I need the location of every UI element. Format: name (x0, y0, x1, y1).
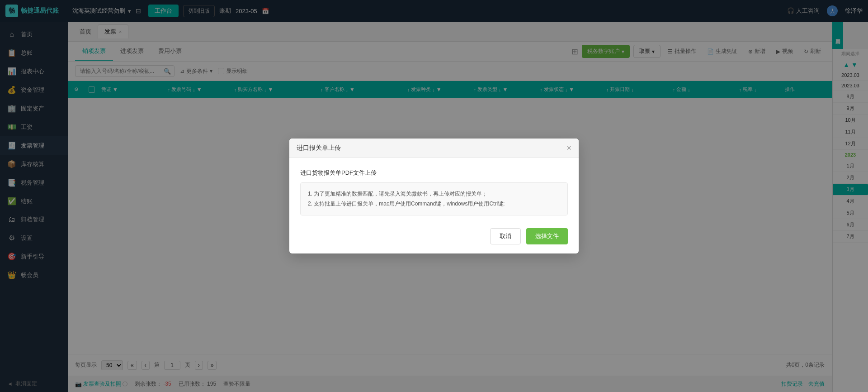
modal-info-box: 1. 为了更加精准的数据匹配，请先录入海关缴款书，再上传对应的报关单； 2. 支… (300, 182, 568, 215)
modal-footer: 取消 选择文件 (289, 223, 579, 253)
import-customs-modal: 进口报关单上传 × 进口货物报关单PDF文件上传 1. 为了更加精准的数据匹配，… (289, 139, 579, 253)
modal-info-item-2: 2. 支持批量上传进口报关单，mac用户使用Command键，windows用户… (308, 199, 560, 209)
modal-header: 进口报关单上传 × (289, 139, 579, 158)
modal-body: 进口货物报关单PDF文件上传 1. 为了更加精准的数据匹配，请先录入海关缴款书，… (289, 158, 579, 223)
modal-overlay: 进口报关单上传 × 进口货物报关单PDF文件上传 1. 为了更加精准的数据匹配，… (0, 0, 868, 392)
modal-select-file-button[interactable]: 选择文件 (526, 228, 568, 244)
modal-info-item-1: 1. 为了更加精准的数据匹配，请先录入海关缴款书，再上传对应的报关单； (308, 189, 560, 199)
modal-close-button[interactable]: × (566, 144, 571, 152)
modal-title: 进口报关单上传 (297, 144, 341, 152)
modal-cancel-button[interactable]: 取消 (490, 228, 521, 244)
modal-section-title: 进口货物报关单PDF文件上传 (300, 169, 568, 177)
